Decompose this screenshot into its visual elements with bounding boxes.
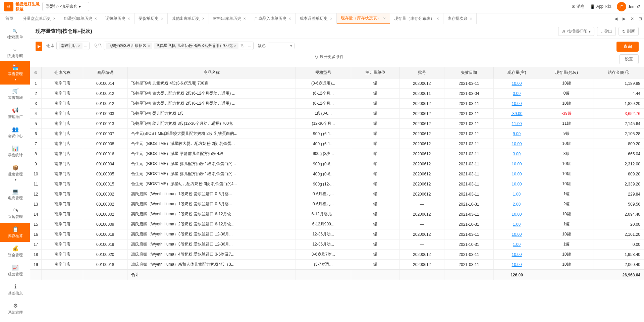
sidebar-item-marketing[interactable]: 📢 营销推广: [0, 104, 30, 123]
color-tag-container[interactable]: ▾: [268, 43, 294, 49]
tab-close-all-btn[interactable]: ✕: [628, 13, 636, 24]
tab-close-icon[interactable]: ✕: [161, 17, 163, 20]
warehouse-tag-close[interactable]: ✕: [78, 44, 80, 48]
row-number: 3: [30, 99, 42, 109]
cell-batch: 20200612: [399, 260, 444, 270]
sidebar-item-basic[interactable]: ℹ 基础信息: [0, 280, 30, 299]
refresh-btn[interactable]: ↻ 刷新: [619, 27, 639, 36]
cell-qty-main[interactable]: 10.00: [494, 250, 540, 260]
tab-1[interactable]: 组装拆卸单历史 ✕: [60, 13, 101, 24]
sidebar-item-purchase[interactable]: 🛍 采购管理: [0, 204, 30, 223]
cell-qty-main[interactable]: 10.00: [494, 169, 540, 179]
tab-close-icon[interactable]: ✕: [436, 17, 439, 20]
cell-qty-main[interactable]: 10.00: [494, 99, 540, 109]
total-amount: 26,968.64: [593, 270, 644, 280]
filter-dots[interactable]: ···: [248, 44, 251, 48]
tab-10[interactable]: 库存批次账 ✕: [443, 13, 477, 24]
quick-nav-btn[interactable]: ☆ 快捷导航: [0, 45, 30, 61]
sidebar-item-finance[interactable]: 💰 资金管理: [0, 242, 30, 261]
cell-code: 00100015: [83, 179, 127, 189]
logo-text: 畅捷通好生意 标题: [15, 2, 40, 11]
cell-qty-main[interactable]: 1.00: [494, 239, 540, 250]
sidebar-item-management[interactable]: 📈 经营管理: [0, 261, 30, 280]
tab-prev-btn[interactable]: ◀: [612, 13, 620, 24]
cell-qty-main[interactable]: 10.00: [494, 78, 540, 89]
tab-2[interactable]: 调拨单历史 ✕: [101, 13, 135, 24]
tab-7[interactable]: 成本调整单历史 ✕: [296, 13, 337, 24]
tab-menu-btn[interactable]: ⊡: [636, 13, 644, 24]
tab-close-icon[interactable]: ✕: [202, 17, 205, 20]
tab-6[interactable]: 产成品入库单历史 ✕: [250, 13, 296, 24]
tab-0[interactable]: 分量盘点单历史 ✕: [19, 13, 60, 24]
settings-btn[interactable]: 设置: [619, 54, 639, 64]
cell-qty-main[interactable]: 10.00: [494, 179, 540, 189]
cell-qty-main[interactable]: 2.00: [494, 199, 540, 209]
sidebar-item-shop[interactable]: 🛒 零售商城: [0, 85, 30, 104]
search-menu-btn[interactable]: 🔍 搜索菜单: [1, 27, 29, 42]
product-tag-close[interactable]: ✕: [234, 44, 236, 48]
product-tag-container[interactable]: 飞鹤奶粉3段四罐捆装 ✕ 飞鹤星飞帆 儿童奶粉 4段(3-6岁适用) 700克 …: [104, 42, 254, 50]
cell-expiry: 2021-03-11: [444, 149, 493, 159]
tab-close-icon[interactable]: ✕: [127, 17, 130, 20]
cell-unit: 罐: [351, 129, 399, 139]
filter-dots[interactable]: ···: [84, 44, 87, 48]
cell-batch: 20200612: [399, 179, 444, 189]
sidebar-item-ecommerce[interactable]: 💻 电商管理: [0, 185, 30, 204]
sidebar-item-inventory[interactable]: 📋 库存核算: [0, 223, 30, 242]
tab-close-icon[interactable]: ✕: [94, 17, 97, 20]
cell-qty-main[interactable]: 10.00: [494, 260, 540, 270]
total-row: 合计 126.00 26,968.64: [30, 270, 644, 280]
chevron-down-icon[interactable]: ▾: [290, 44, 292, 48]
cell-qty-main[interactable]: 1.00: [494, 189, 540, 199]
app-download-btn[interactable]: 📱 App下载: [590, 4, 611, 9]
user-profile[interactable]: E demo2: [617, 2, 640, 11]
cell-qty-main[interactable]: 3.00: [494, 149, 540, 159]
table-row: 14 南岸门店 00100002 惠氏启赋（Wyeth illuma）2段奶粉 …: [30, 209, 644, 219]
expand-orange-btn[interactable]: ▶: [36, 42, 42, 51]
cell-qty-main[interactable]: 10.00: [494, 229, 540, 239]
cell-qty-main[interactable]: 10.00: [494, 159, 540, 169]
tab-close-icon[interactable]: ✕: [243, 17, 246, 20]
tab-close-icon[interactable]: ✕: [470, 17, 472, 20]
tab-next-btn[interactable]: ▶: [620, 13, 628, 24]
cell-qty-main[interactable]: -39.00: [494, 109, 540, 119]
top-bar-left: 好 畅捷通好生意 标题 母婴行业演示账套 ▾: [4, 2, 89, 11]
sidebar-item-system[interactable]: ⚙ 系统管理: [0, 299, 30, 318]
sidebar-item-stats[interactable]: 📊 零售统计: [0, 142, 30, 161]
tab-close-icon[interactable]: ✕: [330, 17, 332, 20]
cell-qty-main[interactable]: 10.00: [494, 209, 540, 219]
tab-4[interactable]: 其他出库单历史 ✕: [168, 13, 209, 24]
cell-name: 惠氏启赋（Wyeth illuma）1段奶粉 爱尔兰进口 0-6月婴...: [127, 189, 296, 199]
message-btn[interactable]: ✉ 消息: [572, 4, 585, 9]
tab-close-icon[interactable]: ✕: [383, 16, 386, 20]
tab-5[interactable]: 材料出库单历史 ✕: [209, 13, 250, 24]
cell-qty-main[interactable]: 1.00: [494, 219, 540, 229]
sidebar-item-collab[interactable]: 🤝 企业协同: [0, 318, 30, 322]
sidebar-item-wholesale[interactable]: 📦 批发管理 ▾: [0, 161, 30, 185]
cell-qty-main[interactable]: 11.00: [494, 119, 540, 129]
cell-qty-main[interactable]: 10.00: [494, 139, 540, 149]
tab-label: 产成品入库单历史: [254, 16, 286, 21]
query-btn[interactable]: 查询: [616, 42, 639, 52]
cell-warehouse: 南岸门店: [42, 189, 83, 199]
tab-close-icon[interactable]: ✕: [288, 17, 291, 20]
template-print-btn[interactable]: 🖨 按模板打印 ▾: [558, 27, 594, 36]
tab-8[interactable]: 现存量（库存状况表） ✕: [337, 13, 390, 24]
sidebar-item-member[interactable]: 👥 会员中心: [0, 123, 30, 142]
expand-more-btn[interactable]: ⋁ 展开更多条件: [315, 53, 344, 61]
store-selector[interactable]: 母婴行业演示账套 ▾: [42, 2, 89, 11]
export-btn[interactable]: ↓ 导出: [597, 27, 616, 36]
sidebar-item-retail[interactable]: 🏪 零售管理 ▾: [0, 61, 30, 85]
tab-home[interactable]: 首页: [0, 16, 19, 21]
tab-3[interactable]: 要货单历史 ✕: [135, 13, 168, 24]
table-row: 2 南岸门店 00100012 飞鹤星飞帆 较大婴儿配方奶粉 2段(6-12个月…: [30, 89, 644, 99]
cell-qty-main[interactable]: 9.00: [494, 129, 540, 139]
cell-batch: 20200612: [399, 99, 444, 109]
tab-9[interactable]: 现存量（库存分布表） ✕: [390, 13, 443, 24]
warehouse-tag-container[interactable]: 南岸门店 ✕ ···: [56, 42, 90, 50]
gear-icon[interactable]: ⚙: [34, 70, 38, 75]
table-row: 9 南岸门店 00100004 合生元（BIOSTIME）派星 婴儿配方奶粉 1…: [30, 159, 644, 169]
cell-qty-main[interactable]: 0.00: [494, 89, 540, 99]
product-tag-close[interactable]: ✕: [148, 44, 150, 48]
tab-close-icon[interactable]: ✕: [53, 17, 56, 20]
